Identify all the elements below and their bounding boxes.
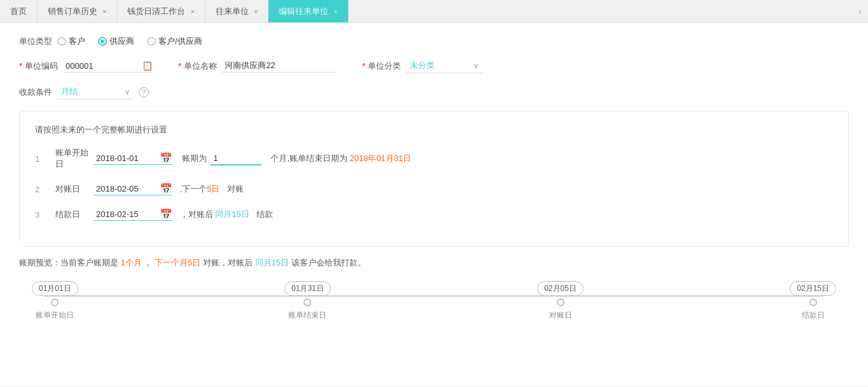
- payment-condition-arrow: ∨: [125, 88, 130, 96]
- preview-prefix: 账期预览：当前客户账期是: [19, 258, 118, 267]
- period-row-2-desc-before: ,下一个: [178, 183, 207, 195]
- period-row-3-calendar-icon[interactable]: 📅: [160, 208, 172, 220]
- unit-name-label: 单位名称: [184, 60, 217, 72]
- payment-condition-help-icon[interactable]: ?: [139, 87, 149, 97]
- unit-type-row: 单位类型 客户 供应商 客户/供应商: [19, 36, 849, 47]
- period-row-1-desc-before: 账期为: [178, 153, 207, 164]
- unit-code-doc-icon[interactable]: 📋: [142, 60, 153, 71]
- radio-both-label: 客户/供应商: [158, 36, 202, 47]
- tab-sales-history-label: 销售订单历史: [48, 6, 97, 17]
- unit-code-group: * 单位编码 📋: [19, 60, 153, 73]
- tab-home[interactable]: 首页: [0, 0, 38, 22]
- unit-category-required: *: [362, 61, 365, 71]
- timeline-point-1: 01月01日 账单开始日: [32, 281, 78, 321]
- tab-partner-close[interactable]: ×: [254, 8, 258, 15]
- unit-name-required: *: [178, 61, 181, 71]
- period-box-title: 请按照未来的一个完整帐期进行设置: [35, 124, 833, 136]
- preview-part3: 同月15日: [255, 258, 289, 267]
- period-row-3-label: 结款日: [55, 209, 94, 220]
- radio-both-circle: [147, 37, 156, 46]
- tab-edit-partner-label: 编辑往来单位: [279, 6, 328, 17]
- timeline-dot-1: [51, 299, 59, 306]
- period-row-2-date-wrapper: 📅: [94, 183, 172, 195]
- tab-cashflow-close[interactable]: ×: [190, 8, 194, 15]
- unit-code-label: 单位编码: [25, 60, 58, 72]
- period-row-3-date-wrapper: 📅: [94, 208, 172, 221]
- period-row-3-highlight: 同月15日: [213, 209, 249, 220]
- timeline-label-2: 账单结束日: [288, 310, 326, 321]
- unit-category-value: 未分类: [410, 60, 468, 71]
- unit-code-input-wrapper: 📋: [63, 60, 153, 73]
- unit-fields-row: * 单位编码 📋 * 单位名称 * 单位分类 未分类 ∨: [19, 59, 849, 73]
- payment-condition-dropdown[interactable]: 月结 ∨: [57, 85, 134, 99]
- timeline-badge-3: 02月05日: [537, 281, 584, 296]
- period-row-2-desc-after: 对账: [225, 183, 244, 195]
- radio-customer-label: 客户: [69, 36, 85, 47]
- radio-supplier-circle: [98, 37, 107, 46]
- unit-type-label: 单位类型: [19, 36, 52, 47]
- period-row-2-label: 对账日: [55, 183, 94, 195]
- period-row-1-calendar-icon[interactable]: 📅: [160, 152, 172, 164]
- period-row-1: 1 账单开始日 📅 账期为 个月,账单结束日期为 2018年01月31日: [35, 147, 833, 170]
- timeline-label-3: 对账日: [549, 310, 572, 321]
- unit-code-input[interactable]: [63, 60, 139, 72]
- tab-sales-history[interactable]: 销售订单历史 ×: [38, 0, 117, 22]
- timeline-label-4: 结款日: [802, 310, 825, 321]
- radio-both[interactable]: 客户/供应商: [147, 36, 202, 47]
- payment-condition-value: 月结: [61, 86, 120, 97]
- timeline-point-2: 01月31日 账单结束日: [284, 281, 331, 321]
- period-row-2-num: 2: [35, 185, 48, 194]
- timeline-badge-4: 02月15日: [790, 281, 836, 296]
- tab-partner-label: 往来单位: [216, 6, 249, 17]
- tab-cashflow[interactable]: 钱货日清工作台 ×: [117, 0, 205, 22]
- period-row-3-desc-before: ，对账后: [178, 209, 213, 220]
- preview-suffix: 该客户会给我打款。: [291, 258, 366, 267]
- timeline-badge-2: 01月31日: [284, 281, 331, 296]
- preview-part1: 1个月: [121, 258, 142, 267]
- tab-home-label: 首页: [10, 6, 27, 17]
- radio-supplier[interactable]: 供应商: [98, 36, 134, 47]
- period-row-1-num: 1: [35, 154, 48, 164]
- timeline-line: [45, 295, 823, 297]
- tab-cashflow-label: 钱货日清工作台: [127, 6, 185, 17]
- period-config-box: 请按照未来的一个完整帐期进行设置 1 账单开始日 📅 账期为 个月,账单结束日期…: [19, 111, 849, 247]
- tab-edit-partner[interactable]: 编辑往来单位 ×: [269, 0, 348, 22]
- period-row-1-period-input[interactable]: [211, 152, 262, 165]
- period-row-2-date-input[interactable]: [94, 183, 157, 195]
- period-row-2: 2 对账日 📅 ,下一个 5日 对账: [35, 183, 833, 195]
- tab-more-button[interactable]: ›: [852, 0, 868, 22]
- unit-category-dropdown[interactable]: 未分类 ∨: [406, 59, 482, 73]
- period-row-3-desc-after: 结款: [255, 209, 274, 220]
- unit-category-arrow: ∨: [473, 62, 479, 70]
- period-row-1-date-wrapper: 📅: [94, 152, 172, 165]
- tab-sales-history-close[interactable]: ×: [102, 8, 106, 15]
- unit-category-group: * 单位分类 未分类 ∨: [362, 59, 482, 73]
- timeline-dot-3: [557, 299, 564, 306]
- period-row-2-calendar-icon[interactable]: 📅: [160, 183, 172, 195]
- unit-name-input[interactable]: [222, 60, 337, 72]
- preview-part2: 下一个月5日: [155, 258, 200, 267]
- tab-partner[interactable]: 往来单位 ×: [206, 0, 269, 22]
- page-content: 单位类型 客户 供应商 客户/供应商 * 单位编码 📋: [0, 23, 868, 386]
- period-row-1-date-input[interactable]: [94, 152, 157, 164]
- period-row-1-end-date: 2018年01月31日: [347, 153, 411, 164]
- period-row-1-desc-after: 个月,账单结束日期为: [270, 153, 347, 164]
- timeline-label-1: 账单开始日: [36, 310, 74, 321]
- radio-customer[interactable]: 客户: [57, 36, 85, 47]
- timeline-container: 01月01日 账单开始日 01月31日 账单结束日 02月05日 对账日: [19, 281, 849, 321]
- preview-sep1: ，: [144, 258, 152, 267]
- period-row-3-num: 3: [35, 210, 48, 220]
- period-row-2-highlight: 5日: [207, 183, 220, 195]
- preview-sep2: 对账，对账后: [203, 258, 253, 267]
- tab-edit-partner-close[interactable]: ×: [333, 8, 337, 15]
- timeline-badge-1: 01月01日: [32, 281, 78, 296]
- radio-group-unit-type: 客户 供应商 客户/供应商: [57, 36, 202, 47]
- period-row-1-label: 账单开始日: [55, 147, 94, 170]
- period-row-3-date-input[interactable]: [94, 208, 157, 220]
- radio-supplier-label: 供应商: [109, 36, 134, 47]
- unit-category-label: 单位分类: [368, 60, 401, 72]
- period-row-3: 3 结款日 📅 ，对账后 同月15日 结款: [35, 208, 833, 221]
- unit-name-input-wrapper: [222, 60, 337, 73]
- payment-condition-row: 收款条件 月结 ∨ ?: [19, 85, 849, 99]
- radio-customer-circle: [57, 37, 66, 46]
